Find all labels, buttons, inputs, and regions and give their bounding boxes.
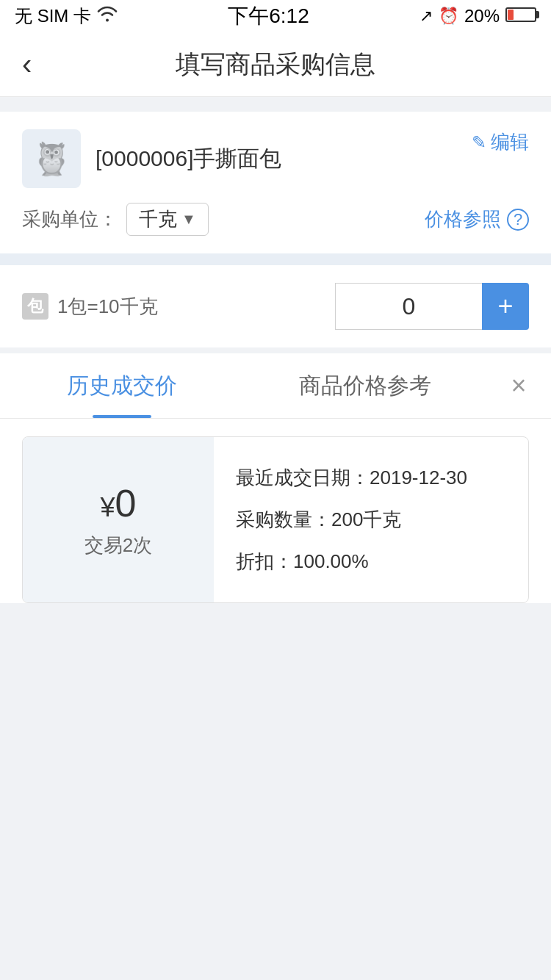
unit-select-value: 千克 — [139, 206, 177, 232]
unit-convert-text: 1包=10千克 — [57, 294, 158, 320]
battery-icon — [505, 6, 536, 26]
purchase-qty-value: 200千克 — [331, 508, 401, 530]
discount-line: 折扣：100.00% — [236, 547, 506, 576]
unit-select-dropdown[interactable]: 千克 ▼ — [126, 203, 209, 236]
recent-date-label: 最近成交日期： — [236, 466, 370, 489]
quantity-plus-button[interactable]: + — [482, 283, 529, 330]
price-display: ¥0 — [101, 481, 137, 525]
tab-history-price[interactable]: 历史成交价 — [0, 353, 243, 418]
nav-bar: ‹ 填写商品采购信息 — [0, 32, 551, 97]
help-icon: ? — [507, 209, 529, 231]
transaction-count: 交易2次 — [84, 533, 152, 558]
discount-label: 折扣： — [236, 550, 293, 572]
tabs-close-button[interactable]: × — [486, 353, 551, 418]
product-top: [0000006]手撕面包 ✎ 编辑 — [22, 129, 529, 188]
edit-icon: ✎ — [472, 132, 486, 153]
info-right-panel: 最近成交日期：2019-12-30 采购数量：200千克 折扣：100.00% — [214, 437, 528, 602]
tab-history-label: 历史成交价 — [67, 371, 177, 401]
edit-label: 编辑 — [491, 129, 529, 155]
product-card: [0000006]手撕面包 ✎ 编辑 采购单位： 千克 ▼ 价格参照 ? — [0, 112, 551, 253]
battery-percent: 20% — [464, 6, 500, 26]
tab-price-ref-label: 商品价格参考 — [299, 371, 431, 401]
currency-symbol: ¥ — [101, 492, 115, 522]
status-bar: 无 SIM 卡 下午6:12 ↗ ⏰ 20% — [0, 0, 551, 32]
dropdown-arrow-icon: ▼ — [181, 211, 196, 228]
product-left: [0000006]手撕面包 — [22, 129, 281, 188]
alarm-icon: ⏰ — [439, 7, 458, 26]
info-left-panel: ¥0 交易2次 — [23, 437, 214, 602]
recent-date-value: 2019-12-30 — [370, 466, 467, 489]
tab-active-indicator — [93, 415, 151, 418]
page-title: 填写商品采购信息 — [176, 48, 375, 82]
tab-product-price-reference[interactable]: 商品价格参考 — [243, 353, 486, 418]
purchase-unit-label: 采购单位： — [22, 206, 118, 232]
quantity-control: + — [335, 283, 529, 330]
unit-label: 包 1包=10千克 — [22, 293, 158, 320]
wifi-icon — [97, 6, 118, 26]
quantity-row: 包 1包=10千克 + — [0, 265, 551, 347]
price-reference-button[interactable]: 价格参照 ? — [425, 206, 529, 232]
quantity-input[interactable] — [335, 283, 482, 330]
status-left: 无 SIM 卡 — [15, 4, 118, 28]
price-ref-label: 价格参照 — [425, 206, 501, 232]
price-value: 0 — [115, 482, 137, 525]
product-thumbnail — [29, 137, 73, 181]
unit-badge: 包 — [22, 293, 48, 320]
purchase-qty-label: 采购数量： — [236, 508, 331, 530]
status-right: ↗ ⏰ 20% — [419, 6, 536, 26]
product-bottom: 采购单位： 千克 ▼ 价格参照 ? — [22, 203, 529, 236]
edit-button[interactable]: ✎ 编辑 — [472, 129, 529, 155]
purchase-unit: 采购单位： 千克 ▼ — [22, 203, 209, 236]
discount-value: 100.00% — [293, 550, 369, 572]
status-time: 下午6:12 — [228, 2, 309, 30]
tabs-header: 历史成交价 商品价格参考 × — [0, 353, 551, 419]
tabs-section: 历史成交价 商品价格参考 × ¥0 交易2次 最近成交日期：2019-12-30… — [0, 353, 551, 603]
no-sim-text: 无 SIM 卡 — [15, 4, 91, 28]
recent-date-line: 最近成交日期：2019-12-30 — [236, 464, 506, 492]
location-icon: ↗ — [419, 7, 433, 26]
back-button[interactable]: ‹ — [22, 40, 39, 88]
info-card: ¥0 交易2次 最近成交日期：2019-12-30 采购数量：200千克 折扣：… — [22, 436, 529, 603]
bottom-area — [0, 621, 551, 980]
section-divider — [0, 253, 551, 265]
purchase-qty-line: 采购数量：200千克 — [236, 505, 506, 534]
product-name: [0000006]手撕面包 — [96, 144, 281, 174]
product-image — [22, 129, 81, 188]
